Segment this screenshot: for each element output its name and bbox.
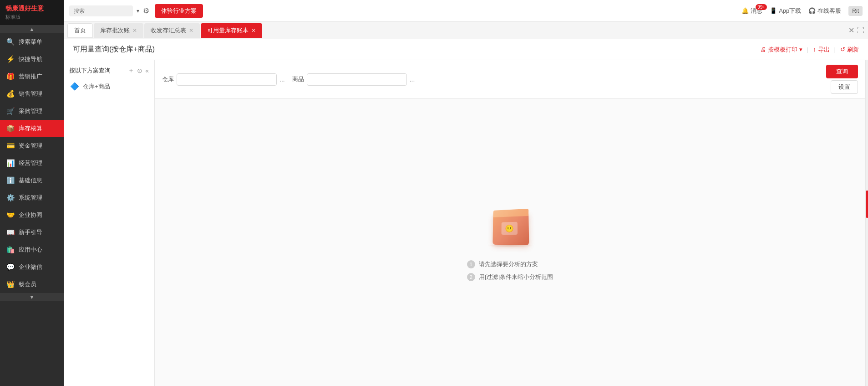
filter-item-warehouse-product[interactable]: 🔷 仓库+商品 — [64, 78, 154, 94]
tab-available-inventory[interactable]: 可用量库存账本 ✕ — [201, 23, 262, 38]
hint-text-1: 请先选择要分析的方案 — [479, 260, 538, 268]
divider: | — [834, 46, 836, 53]
sidebar-item-member[interactable]: 👑 畅会员 — [0, 276, 64, 293]
sidebar-item-newbie[interactable]: 📖 新手引导 — [0, 224, 64, 241]
filter-panel: 按以下方案查询 ＋ ⊙ « 🔷 仓库+商品 — [64, 60, 155, 386]
hint-number-2: 2 — [467, 273, 475, 281]
close-icon[interactable]: ✕ — [251, 27, 256, 34]
export-button[interactable]: ↑ 导出 — [813, 46, 830, 54]
warehouse-more-button[interactable]: ... — [279, 76, 285, 83]
industry-solution-button[interactable]: 体验行业方案 — [155, 4, 203, 18]
sidebar-item-appcenter[interactable]: 🛍️ 应用中心 — [0, 241, 64, 258]
money-icon: 💰 — [6, 90, 15, 98]
query-bar: 仓库 ... 商品 ... 查询 设置 — [155, 60, 865, 99]
empty-text: 1 请先选择要分析的方案 2 用[过滤]条件来缩小分析范围 — [467, 260, 553, 281]
tab-label: 库存批次账 — [100, 26, 130, 35]
sidebar-item-cooperation[interactable]: 🤝 企业协同 — [0, 206, 64, 224]
collapse-panel-button[interactable]: « — [145, 67, 149, 74]
scrollbar-thumb[interactable] — [866, 190, 868, 218]
mobile-icon: 📱 — [770, 7, 777, 14]
add-scheme-button[interactable]: ＋ — [128, 67, 134, 75]
chevron-down-icon: ▾ — [799, 46, 802, 53]
tabs-right-controls: ✕ ⛶ — [848, 26, 864, 35]
warehouse-label: 仓库 — [162, 75, 174, 83]
content-area: 按以下方案查询 ＋ ⊙ « 🔷 仓库+商品 仓库 ... — [64, 60, 868, 386]
sidebar-item-operations[interactable]: 📊 经营管理 — [0, 154, 64, 172]
warehouse-input[interactable] — [177, 73, 277, 86]
print-button[interactable]: 🖨 按模板打印 ▾ — [760, 46, 802, 54]
sidebar-item-label: 采购管理 — [19, 107, 42, 115]
refresh-button[interactable]: ↺ 刷新 — [840, 46, 859, 54]
tab-label: 首页 — [74, 26, 86, 35]
product-more-button[interactable]: ... — [410, 76, 415, 83]
filter-panel-icons: ＋ ⊙ « — [128, 67, 149, 75]
tab-home[interactable]: 首页 — [67, 23, 93, 38]
card-icon: 💳 — [6, 142, 15, 150]
flash-icon: ⚡ — [6, 55, 15, 63]
close-icon[interactable]: ✕ — [189, 27, 193, 34]
hint-number-1: 1 — [467, 260, 475, 268]
query-button[interactable]: 查询 — [826, 65, 858, 78]
tab-label: 可用量库存账本 — [207, 26, 249, 35]
user-menu[interactable]: Rit — [848, 6, 863, 16]
empty-box: 😐 — [492, 212, 529, 245]
right-scrollbar[interactable] — [865, 60, 868, 386]
sidebar-item-label: 经营管理 — [19, 159, 42, 167]
settings-button[interactable]: 设置 — [831, 80, 858, 94]
gift-icon: 🎁 — [6, 72, 15, 81]
sidebar-item-finance[interactable]: 💳 资金管理 — [0, 137, 64, 154]
chart-icon: 📊 — [6, 159, 15, 167]
maximize-window-button[interactable]: ⛶ — [857, 26, 864, 35]
crown-icon: 👑 — [6, 280, 15, 288]
sidebar-item-label: 库存核算 — [19, 124, 42, 133]
settings-scheme-button[interactable]: ⊙ — [137, 67, 142, 74]
sidebar-item-label: 新手引导 — [19, 228, 42, 237]
gear-icon: ⚙️ — [6, 194, 15, 202]
sidebar-scroll-down[interactable]: ▼ — [0, 293, 64, 301]
messages-button[interactable]: 🔔 消息 99+ — [741, 7, 762, 15]
tab-receive-summary[interactable]: 收发存汇总表 ✕ — [144, 23, 200, 38]
warehouse-field: 仓库 ... — [162, 73, 285, 86]
sidebar-item-system[interactable]: ⚙️ 系统管理 — [0, 189, 64, 206]
divider: | — [807, 46, 808, 53]
book-icon: 📖 — [6, 228, 15, 237]
page-header: 可用量查询(按仓库+商品) 🖨 按模板打印 ▾ | ↑ 导出 | ↺ 刷新 — [64, 39, 868, 60]
export-icon: ↑ — [813, 46, 816, 53]
dropdown-arrow-icon[interactable]: ▾ — [137, 8, 139, 14]
sidebar-item-label: 营销推广 — [19, 72, 42, 81]
sidebar-item-purchase[interactable]: 🛒 采购管理 — [0, 103, 64, 120]
empty-state: 😐 1 请先选择要分析的方案 2 用[过滤]条件来缩小分析范围 — [155, 99, 865, 386]
customer-service-button[interactable]: 🎧 在线客服 — [808, 7, 841, 15]
settings-icon[interactable]: ⚙ — [143, 6, 149, 15]
app-download-button[interactable]: 📱 App下载 — [770, 7, 801, 15]
sidebar-item-label: 搜索菜单 — [19, 38, 42, 46]
info-icon: ℹ️ — [6, 176, 15, 185]
sidebar-scroll-up[interactable]: ▲ — [0, 25, 64, 33]
empty-hint-2: 2 用[过滤]条件来缩小分析范围 — [467, 273, 553, 281]
close-window-button[interactable]: ✕ — [848, 26, 854, 35]
sidebar-item-quicknav[interactable]: ⚡ 快捷导航 — [0, 51, 64, 68]
sidebar-item-basic-info[interactable]: ℹ️ 基础信息 — [0, 172, 64, 189]
close-icon[interactable]: ✕ — [132, 27, 137, 34]
product-input[interactable] — [307, 73, 407, 86]
bell-icon: 🔔 — [741, 7, 749, 14]
sidebar-item-marketing[interactable]: 🎁 营销推广 — [0, 68, 64, 85]
app-name: 畅康通好生意 — [5, 5, 58, 13]
sidebar-item-label: 企业协同 — [19, 211, 42, 219]
empty-hint-1: 1 请先选择要分析的方案 — [467, 260, 553, 268]
sidebar-item-search[interactable]: 🔍 搜索菜单 — [0, 33, 64, 51]
tab-inventory-batch[interactable]: 库存批次账 ✕ — [94, 23, 143, 38]
product-field: 商品 ... — [292, 73, 415, 86]
search-input[interactable] — [69, 5, 133, 16]
sidebar-item-label: 应用中心 — [19, 246, 42, 254]
sidebar-item-sales[interactable]: 💰 销售管理 — [0, 85, 64, 103]
sidebar: 畅康通好生意 标准版 ▲ 🔍 搜索菜单 ⚡ 快捷导航 🎁 营销推广 💰 销售管理… — [0, 0, 64, 386]
sidebar-item-inventory[interactable]: 📦 库存核算 — [0, 120, 64, 137]
filter-panel-header: 按以下方案查询 ＋ ⊙ « — [64, 65, 154, 78]
search-icon: 🔍 — [6, 38, 15, 46]
sidebar-item-wechat[interactable]: 💬 企业微信 — [0, 258, 64, 276]
headset-icon: 🎧 — [808, 7, 816, 14]
shop-icon: 🛍️ — [6, 246, 15, 254]
cart-icon: 🛒 — [6, 107, 15, 115]
filter-item-label: 仓库+商品 — [83, 82, 110, 91]
